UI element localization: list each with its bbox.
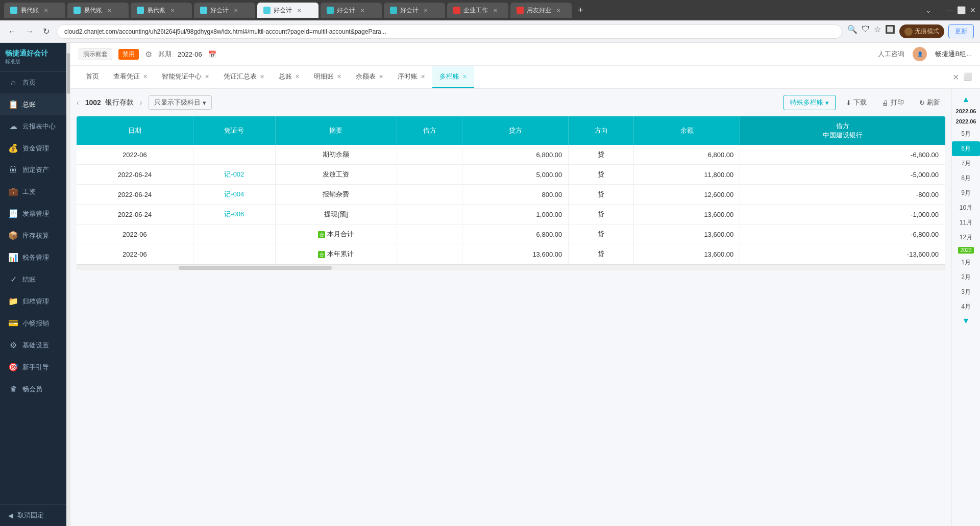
tab-sequence[interactable]: 序时账 ✕ [390, 66, 432, 88]
browser-tab-2[interactable]: 易代账 ✕ [67, 3, 129, 18]
search-icon[interactable]: 🔍 [847, 24, 857, 38]
browser-tab-9[interactable]: 用友好业 ✕ [510, 3, 572, 18]
new-tab-button[interactable]: + [574, 5, 587, 16]
sidebar-item-salary[interactable]: 💼 工资 [0, 181, 66, 203]
sidebar-item-expense[interactable]: 💳 小畅报销 [0, 312, 66, 334]
tab-smart-voucher[interactable]: 智能凭证中心 ✕ [155, 66, 216, 88]
special-account-button[interactable]: 特殊多栏账 ▾ [783, 95, 836, 110]
tab-close-6[interactable]: ✕ [360, 8, 364, 13]
period-badge[interactable]: 禁用 [118, 49, 139, 60]
timeline-month-2023-2[interactable]: 2月 [952, 270, 980, 285]
tab-balance-close[interactable]: ✕ [379, 73, 383, 80]
calendar-icon[interactable]: 📅 [208, 51, 216, 58]
timeline-month-9[interactable]: 9月 [952, 186, 980, 201]
tab-multi-column[interactable]: 多栏账 ✕ [432, 66, 474, 88]
forward-button[interactable]: → [23, 25, 36, 38]
scroll-thumb[interactable] [179, 266, 332, 270]
browser-tab-8[interactable]: 企业工作 ✕ [447, 3, 508, 18]
tab-multi-close[interactable]: ✕ [462, 73, 467, 80]
cell-voucher[interactable]: 记-002 [193, 165, 275, 185]
unpin-button[interactable]: ◀ 取消固定 [0, 505, 66, 526]
timeline-month-6[interactable]: 6月 [952, 141, 980, 156]
timeline-month-2023-3[interactable]: 3月 [952, 285, 980, 299]
tab-close-9[interactable]: ✕ [556, 8, 560, 13]
tab-smart-close[interactable]: ✕ [205, 73, 209, 80]
tab-sequence-close[interactable]: ✕ [421, 73, 425, 80]
prev-account-button[interactable]: ‹ [77, 98, 79, 107]
no-trace-button[interactable]: 无痕模式 [899, 24, 944, 38]
consult-button[interactable]: 人工咨询 [878, 49, 904, 59]
cell-voucher[interactable]: 记-006 [193, 205, 275, 224]
reload-button[interactable]: ↻ [41, 24, 52, 38]
timeline-scroll-up[interactable]: ▲ [960, 93, 972, 106]
settings-btn[interactable]: ⚙ [145, 49, 152, 59]
horizontal-scrollbar[interactable] [77, 264, 945, 270]
sidebar-item-vip[interactable]: ♛ 畅会员 [0, 378, 66, 400]
tab-close-5[interactable]: ✕ [297, 8, 301, 13]
timeline-month-7[interactable]: 7月 [952, 156, 980, 171]
address-input[interactable] [57, 24, 842, 39]
timeline-month-2023-4[interactable]: 4月 [952, 299, 980, 314]
close-button[interactable]: ✕ [970, 6, 976, 14]
tab-voucher[interactable]: 查看凭证 ✕ [106, 66, 155, 88]
sidebar-scrollbar[interactable] [66, 43, 70, 526]
sidebar-item-reports[interactable]: ☁ 云报表中心 [0, 115, 66, 137]
sidebar-item-inventory[interactable]: 📦 库存核算 [0, 224, 66, 246]
tab-detail-ledger[interactable]: 明细账 ✕ [307, 66, 349, 88]
show-sub-button[interactable]: 只显示下级科目 ▾ [149, 95, 212, 110]
browser-tab-3[interactable]: 易代账 ✕ [131, 3, 192, 18]
refresh-button[interactable]: ↻ 刷新 [914, 95, 945, 110]
timeline-month-2023-1[interactable]: 1月 [952, 255, 980, 270]
tab-home[interactable]: 首页 [79, 66, 106, 88]
print-button[interactable]: 🖨 打印 [877, 95, 909, 110]
sidebar-item-archive[interactable]: 📁 归档管理 [0, 290, 66, 312]
browser-tab-1[interactable]: 易代账 ✕ [4, 3, 65, 18]
minimize-button[interactable]: — [946, 6, 953, 14]
extension-icon[interactable]: 🔲 [885, 24, 895, 38]
timeline-month-11[interactable]: 11月 [952, 215, 980, 230]
user-avatar[interactable]: 👤 [913, 47, 927, 61]
tab-voucher-summary[interactable]: 凭证汇总表 ✕ [216, 66, 272, 88]
tab-general-close[interactable]: ✕ [295, 73, 300, 80]
tab-general-ledger[interactable]: 总账 ✕ [272, 66, 307, 88]
tab-close-1[interactable]: ✕ [44, 8, 48, 13]
tab-detail-close[interactable]: ✕ [337, 73, 341, 80]
sidebar-item-ledger[interactable]: 📋 总账 [0, 93, 66, 115]
next-account-button[interactable]: › [140, 98, 142, 107]
sidebar-item-close[interactable]: ✓ 结账 [0, 268, 66, 290]
tab-voucher-summary-close[interactable]: ✕ [260, 73, 264, 80]
download-button[interactable]: ⬇ 下载 [841, 95, 872, 110]
close-panel-button[interactable]: ✕ [952, 72, 959, 82]
sidebar-item-invoice[interactable]: 🧾 发票管理 [0, 203, 66, 224]
browser-tab-5[interactable]: 好会计 ✕ [257, 3, 318, 18]
timeline-month-8[interactable]: 8月 [952, 171, 980, 186]
tab-scroll-left[interactable]: ⌄ [925, 6, 932, 14]
tab-close-8[interactable]: ✕ [493, 8, 497, 13]
timeline-month-5[interactable]: 5月 [952, 127, 980, 141]
expand-button[interactable]: ⬜ [963, 72, 972, 82]
back-button[interactable]: ← [6, 25, 18, 38]
user-name[interactable]: 畅捷通B组... [935, 49, 972, 59]
sidebar-item-funds[interactable]: 💰 资金管理 [0, 137, 66, 159]
sidebar-item-home[interactable]: ⌂ 首页 [0, 72, 66, 93]
sidebar-item-tax[interactable]: 📊 税务管理 [0, 246, 66, 268]
browser-tab-7[interactable]: 好会计 ✕ [384, 3, 445, 18]
cell-voucher[interactable]: 记-004 [193, 185, 275, 205]
tab-close-2[interactable]: ✕ [107, 8, 111, 13]
tab-close-3[interactable]: ✕ [170, 8, 175, 13]
sidebar-item-assets[interactable]: 🏛 固定资产 [0, 159, 66, 181]
sidebar-item-guide[interactable]: 🎯 新手引导 [0, 356, 66, 378]
tab-close-7[interactable]: ✕ [424, 8, 428, 13]
maximize-button[interactable]: ⬜ [957, 6, 966, 14]
sidebar-scrollbar-thumb[interactable] [67, 53, 70, 94]
star-icon[interactable]: ☆ [874, 24, 881, 38]
timeline-month-10[interactable]: 10月 [952, 201, 980, 215]
tab-voucher-close[interactable]: ✕ [143, 73, 148, 80]
browser-tab-4[interactable]: 好会计 ✕ [194, 3, 255, 18]
tab-balance[interactable]: 余额表 ✕ [349, 66, 390, 88]
tab-close-4[interactable]: ✕ [234, 8, 238, 13]
timeline-scroll-down[interactable]: ▼ [960, 314, 972, 328]
timeline-month-12[interactable]: 12月 [952, 230, 980, 245]
update-button[interactable]: 更新 [948, 24, 974, 38]
browser-tab-6[interactable]: 好会计 ✕ [321, 3, 382, 18]
